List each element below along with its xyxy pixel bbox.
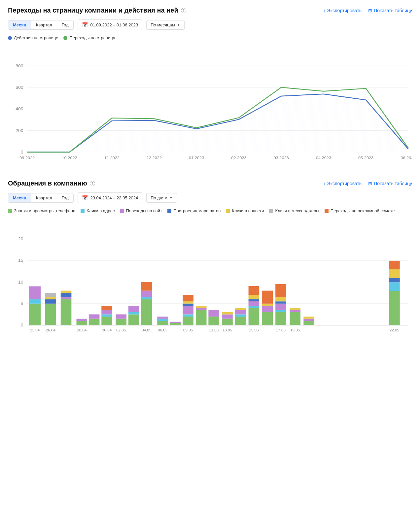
svg-rect-47 xyxy=(89,319,100,325)
svg-rect-38 xyxy=(45,293,56,297)
section2-export-link[interactable]: ↑ Экспортировать xyxy=(323,181,362,186)
svg-rect-75 xyxy=(183,301,193,304)
svg-rect-42 xyxy=(61,293,72,297)
svg-text:200: 200 xyxy=(16,128,23,133)
legend-calls: Звонки и просмотры телефона xyxy=(8,208,75,213)
svg-rect-40 xyxy=(61,299,72,325)
svg-rect-65 xyxy=(157,321,168,325)
svg-rect-69 xyxy=(170,323,181,325)
svg-text:05.2023: 05.2023 xyxy=(358,155,374,160)
svg-text:22.05: 22.05 xyxy=(390,328,399,332)
svg-rect-115 xyxy=(303,319,314,321)
svg-rect-57 xyxy=(128,315,139,325)
section1-table-link[interactable]: ⊞ Показать таблицу xyxy=(368,8,412,13)
legend-social-clicks: Клики в соцсети xyxy=(226,208,264,213)
calendar-icon-2: 📅 xyxy=(82,195,88,201)
tab-quarter-2[interactable]: Квартал xyxy=(31,193,57,202)
legend-sq-gray xyxy=(269,209,273,213)
svg-rect-94 xyxy=(249,301,260,306)
svg-rect-33 xyxy=(29,286,41,299)
svg-text:20: 20 xyxy=(18,236,23,241)
svg-rect-84 xyxy=(222,319,233,325)
svg-rect-49 xyxy=(101,317,112,325)
svg-text:30.04: 30.04 xyxy=(102,328,112,332)
svg-rect-71 xyxy=(183,317,193,325)
section1-header: Переходы на страницу компании и действия… xyxy=(8,7,412,14)
svg-rect-82 xyxy=(208,310,219,317)
section1-date-range[interactable]: 📅 01.09.2022 – 01.06.2023 xyxy=(78,19,143,30)
svg-rect-35 xyxy=(45,304,56,325)
section2-grouping[interactable]: По дням ▼ xyxy=(146,193,177,203)
section2-actions: ↑ Экспортировать ⊞ Показать таблицу xyxy=(323,181,412,186)
svg-rect-54 xyxy=(116,319,126,325)
svg-text:600: 600 xyxy=(16,85,23,90)
section1-title-text: Переходы на страницу компании и действия… xyxy=(8,7,178,14)
svg-text:04.2023: 04.2023 xyxy=(316,155,332,160)
svg-text:12.2022: 12.2022 xyxy=(147,155,162,160)
tab-month-1[interactable]: Месяц xyxy=(8,20,31,29)
svg-text:400: 400 xyxy=(16,107,23,111)
svg-rect-96 xyxy=(249,295,260,299)
section-page-transitions: Переходы на страницу компании и действия… xyxy=(8,7,412,166)
section1-chart: 0 200 400 600 800 09.2022 10.2022 11.202… xyxy=(8,44,412,166)
svg-rect-72 xyxy=(183,314,193,317)
svg-rect-95 xyxy=(249,299,260,301)
svg-rect-43 xyxy=(61,291,72,293)
svg-rect-81 xyxy=(208,317,219,325)
section-company-contacts: Обращения в компанию ? ↑ Экспортировать … xyxy=(8,180,412,343)
svg-text:17.05: 17.05 xyxy=(276,328,286,332)
svg-rect-41 xyxy=(61,297,72,299)
svg-rect-116 xyxy=(303,317,314,319)
legend-sq-green xyxy=(8,209,12,213)
section2-period-tabs: Месяц Квартал Год xyxy=(8,193,74,203)
svg-rect-104 xyxy=(275,310,286,312)
legend-route-builds: Построения маршрутов xyxy=(167,208,221,213)
tab-quarter-1[interactable]: Квартал xyxy=(31,20,57,29)
svg-rect-55 xyxy=(116,314,126,319)
dropdown-arrow-1: ▼ xyxy=(177,23,180,27)
table-icon: ⊞ xyxy=(368,8,372,13)
svg-rect-119 xyxy=(389,278,400,282)
svg-rect-31 xyxy=(29,304,41,325)
svg-text:04.05: 04.05 xyxy=(142,328,151,332)
svg-text:23.04: 23.04 xyxy=(30,328,40,332)
legend-address-clicks: Клики в адрес xyxy=(81,208,115,213)
svg-rect-99 xyxy=(262,312,273,325)
tab-year-1[interactable]: Год xyxy=(57,20,73,29)
svg-rect-78 xyxy=(196,310,207,325)
section2-table-link[interactable]: ⊞ Показать таблицу xyxy=(368,181,412,186)
tab-year-2[interactable]: Год xyxy=(57,193,73,202)
section1-help-icon[interactable]: ? xyxy=(181,8,186,13)
section2-help-icon[interactable]: ? xyxy=(90,181,95,186)
legend-item-actions: Действия на странице xyxy=(8,35,58,40)
svg-rect-121 xyxy=(389,261,400,269)
section1-title: Переходы на страницу компании и действия… xyxy=(8,7,186,14)
svg-rect-91 xyxy=(235,308,246,310)
svg-rect-48 xyxy=(89,314,100,319)
tab-month-2[interactable]: Месяц xyxy=(8,193,31,202)
legend-item-transitions: Переходы на страницу xyxy=(63,35,115,40)
svg-rect-101 xyxy=(262,304,273,306)
svg-rect-36 xyxy=(45,299,56,304)
svg-rect-45 xyxy=(76,319,87,321)
svg-text:06.2023: 06.2023 xyxy=(401,155,412,160)
svg-rect-61 xyxy=(141,297,152,299)
legend-sq-cyan xyxy=(81,209,85,213)
svg-rect-67 xyxy=(157,317,168,319)
legend-dot-green xyxy=(63,36,67,40)
svg-rect-106 xyxy=(275,301,286,304)
section1-export-link[interactable]: ↑ Экспортировать xyxy=(323,8,362,13)
section2-header: Обращения в компанию ? ↑ Экспортировать … xyxy=(8,180,412,187)
legend-sq-blue xyxy=(167,209,171,213)
section1-controls: Месяц Квартал Год 📅 01.09.2022 – 01.06.2… xyxy=(8,19,412,30)
svg-rect-97 xyxy=(249,286,260,295)
export-icon: ↑ xyxy=(323,8,326,13)
section1-grouping[interactable]: По месяцам ▼ xyxy=(146,20,184,30)
svg-text:01.2023: 01.2023 xyxy=(189,155,204,160)
legend-sq-orange xyxy=(325,209,329,213)
svg-rect-110 xyxy=(290,312,300,325)
svg-rect-80 xyxy=(196,306,207,308)
section2-date-range[interactable]: 📅 23.04.2024 – 22.05.2024 xyxy=(78,192,143,203)
svg-text:09.05: 09.05 xyxy=(183,328,193,332)
svg-rect-58 xyxy=(128,312,139,315)
